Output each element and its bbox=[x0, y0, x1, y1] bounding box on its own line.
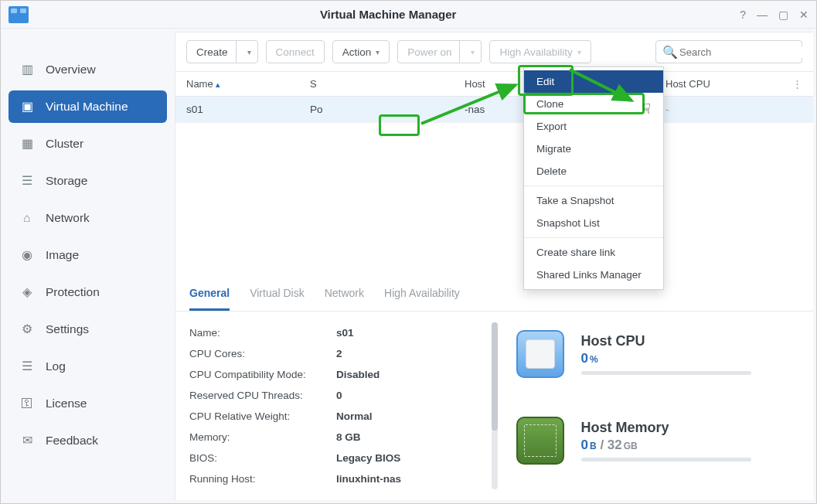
sidebar-item-virtual-machine[interactable]: ▣Virtual Machine bbox=[9, 90, 167, 123]
network-icon: ⌂ bbox=[19, 212, 35, 224]
log-icon: ☰ bbox=[19, 360, 35, 373]
sidebar-item-label: Overview bbox=[46, 63, 96, 77]
prop-value: 0 bbox=[336, 390, 342, 401]
maximize-icon[interactable]: ▢ bbox=[778, 9, 788, 21]
protection-icon: ◈ bbox=[19, 286, 35, 298]
vm-icon: ▣ bbox=[19, 100, 35, 113]
sidebar-item-settings[interactable]: ⚙Settings bbox=[9, 313, 167, 346]
cell-cpu: - bbox=[666, 104, 787, 115]
stats: Host CPU 0% Host Memory 0B / 32GB bbox=[516, 322, 800, 489]
overview-icon: ▥ bbox=[19, 63, 35, 76]
tab-general[interactable]: General bbox=[189, 278, 230, 311]
cpu-bar bbox=[581, 371, 751, 375]
chevron-down-icon: ▾ bbox=[471, 48, 475, 56]
stat-title: Host CPU bbox=[581, 333, 800, 349]
close-icon[interactable]: ✕ bbox=[799, 9, 808, 21]
help-icon[interactable]: ? bbox=[740, 9, 746, 21]
stat-unit: B bbox=[590, 441, 597, 451]
cell-status: Po bbox=[310, 104, 465, 115]
sidebar-item-label: Settings bbox=[46, 322, 89, 336]
prop-label: Running Host: bbox=[189, 473, 336, 485]
menu-item-snapshot-list[interactable]: Snapshot List bbox=[524, 212, 663, 234]
menu-item-snapshot[interactable]: Take a Snapshot bbox=[524, 189, 663, 212]
sidebar-item-feedback[interactable]: ✉Feedback bbox=[9, 424, 167, 457]
tab-network[interactable]: Network bbox=[325, 278, 364, 311]
sidebar-item-protection[interactable]: ◈Protection bbox=[9, 276, 167, 308]
sidebar-item-license[interactable]: ⚿License bbox=[9, 387, 167, 420]
sidebar-item-network[interactable]: ⌂Network bbox=[9, 202, 167, 234]
main-panel: Create▾ Connect Action▾ Power on▾ High A… bbox=[175, 32, 813, 500]
key-icon: ⚿ bbox=[19, 397, 35, 410]
cluster-icon: ▦ bbox=[19, 138, 35, 150]
chevron-down-icon: ▾ bbox=[577, 48, 581, 56]
gear-icon: ⚙ bbox=[19, 323, 35, 335]
sidebar-item-label: Log bbox=[46, 359, 66, 373]
prop-label: CPU Cores: bbox=[189, 348, 336, 359]
prop-value: 2 bbox=[336, 348, 342, 359]
scrollbar[interactable] bbox=[492, 322, 498, 489]
create-button[interactable]: Create▾ bbox=[186, 40, 258, 63]
details-panel: Name:s01 CPU Cores:2 CPU Compatibility M… bbox=[175, 312, 813, 500]
sidebar-item-label: Cluster bbox=[46, 137, 83, 151]
table-header: Name S Host IP Host CPU ⋮ bbox=[175, 72, 813, 97]
prop-value: Normal bbox=[336, 410, 373, 422]
col-name[interactable]: Name bbox=[186, 78, 310, 90]
menu-item-shared-links-manager[interactable]: Shared Links Manager bbox=[524, 264, 663, 286]
prop-label: Memory: bbox=[189, 431, 336, 443]
col-cpu[interactable]: Host CPU bbox=[666, 78, 787, 90]
titlebar: Virtual Machine Manager ? — ▢ ✕ bbox=[1, 1, 816, 29]
menu-item-export[interactable]: Export bbox=[524, 115, 663, 138]
stat-unit: % bbox=[590, 354, 598, 365]
stat-value: 0 bbox=[581, 351, 588, 366]
table-row[interactable]: s01 Po -nas - - bbox=[175, 97, 813, 123]
prop-label: Name: bbox=[189, 327, 336, 339]
memory-bar bbox=[581, 458, 751, 461]
menu-separator bbox=[524, 237, 663, 238]
minimize-icon[interactable]: — bbox=[757, 9, 768, 21]
storage-icon: ☰ bbox=[19, 175, 35, 187]
action-button[interactable]: Action▾ bbox=[332, 40, 390, 63]
sidebar-item-label: Virtual Machine bbox=[46, 100, 128, 114]
high-availability-button[interactable]: High Availability▾ bbox=[489, 40, 591, 63]
sidebar-item-label: Storage bbox=[46, 174, 87, 188]
menu-item-clone[interactable]: Clone bbox=[524, 93, 663, 115]
search-input[interactable] bbox=[679, 46, 809, 58]
prop-label: BIOS: bbox=[189, 452, 336, 464]
image-icon: ◉ bbox=[19, 249, 35, 261]
prop-label: CPU Relative Weight: bbox=[189, 410, 336, 422]
search-box[interactable]: 🔍 bbox=[655, 40, 802, 63]
menu-item-migrate[interactable]: Migrate bbox=[524, 138, 663, 160]
sidebar-item-cluster[interactable]: ▦Cluster bbox=[9, 128, 167, 160]
sidebar-item-storage[interactable]: ☰Storage bbox=[9, 165, 167, 197]
prop-value: linuxhint-nas bbox=[336, 473, 401, 485]
menu-item-delete[interactable]: Delete bbox=[524, 160, 663, 182]
chevron-down-icon: ▾ bbox=[247, 48, 251, 56]
vmm-window: Virtual Machine Manager ? — ▢ ✕ ▥Overvie… bbox=[0, 0, 817, 504]
sidebar-item-label: Network bbox=[46, 211, 90, 225]
menu-item-share-link[interactable]: Create share link bbox=[524, 241, 663, 264]
more-columns-icon[interactable]: ⋮ bbox=[787, 78, 802, 90]
col-status[interactable]: S bbox=[310, 78, 465, 90]
sidebar-item-log[interactable]: ☰Log bbox=[9, 350, 167, 383]
prop-label: CPU Compatibility Mode: bbox=[189, 369, 336, 380]
tab-high-availability[interactable]: High Availability bbox=[384, 278, 460, 311]
action-dropdown: Edit Clone Export Migrate Delete Take a … bbox=[523, 66, 664, 290]
sidebar-item-label: Image bbox=[46, 248, 79, 262]
sidebar-item-image[interactable]: ◉Image bbox=[9, 239, 167, 271]
menu-separator bbox=[524, 186, 663, 186]
connect-button[interactable]: Connect bbox=[266, 40, 325, 63]
stat-value: 0 bbox=[581, 438, 588, 452]
power-on-button[interactable]: Power on▾ bbox=[397, 40, 482, 63]
window-title: Virtual Machine Manager bbox=[36, 8, 740, 21]
prop-value: Legacy BIOS bbox=[336, 452, 400, 464]
memory-icon bbox=[516, 417, 564, 465]
sidebar-item-label: Feedback bbox=[46, 434, 98, 448]
properties: Name:s01 CPU Cores:2 CPU Compatibility M… bbox=[189, 322, 473, 489]
sidebar-item-overview[interactable]: ▥Overview bbox=[9, 53, 167, 86]
menu-item-edit[interactable]: Edit bbox=[524, 70, 663, 93]
stat-total-unit: GB bbox=[624, 441, 638, 451]
tab-virtual-disk[interactable]: Virtual Disk bbox=[250, 278, 305, 311]
sidebar-item-label: Protection bbox=[46, 285, 100, 299]
cpu-icon bbox=[516, 330, 564, 378]
chevron-down-icon: ▾ bbox=[376, 48, 380, 56]
